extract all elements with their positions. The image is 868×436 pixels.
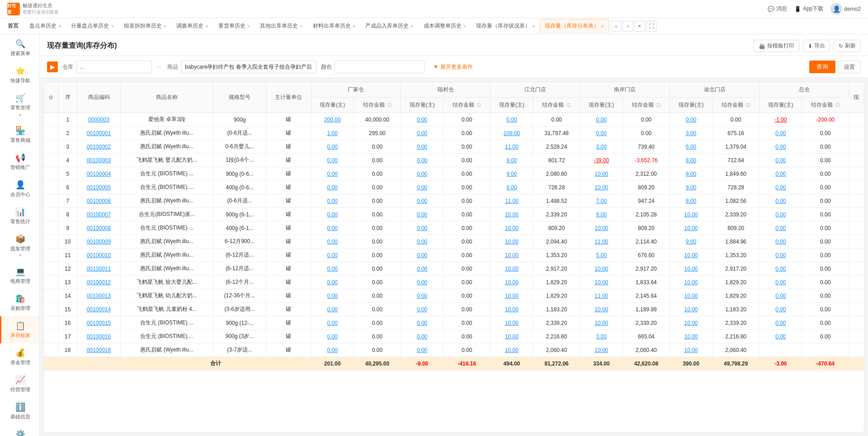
sidebar-item-nav[interactable]: ⭐ 快捷导航	[0, 61, 39, 89]
goods-input[interactable]	[181, 61, 316, 73]
user-menu[interactable]: 👤 demo2	[830, 3, 861, 15]
warehouse-dots: ···	[155, 64, 163, 70]
sidebar-label-10: 库存核算	[10, 332, 30, 339]
sidebar-item-system[interactable]: ⚙️ 系统管理	[0, 425, 39, 436]
th-w1: 厂家仓	[311, 82, 401, 98]
system-icon: ⚙️	[15, 429, 25, 436]
filter-expand-btn[interactable]: ▶	[47, 61, 58, 72]
th-w2-amt: 结存金额 ⓘ	[443, 98, 491, 113]
color-label: 颜色	[321, 63, 332, 71]
shop-icon: 🏪	[15, 126, 25, 136]
info-icon-w3[interactable]: ⓘ	[566, 103, 571, 108]
nav-tab-10[interactable]: 现存量（库存分布表） ×	[540, 19, 609, 33]
summary-row: 合计201.0040,295.00-8.00-416.16494.0081,27…	[44, 357, 864, 370]
sidebar-item-operation[interactable]: 📈 经营管理	[0, 370, 39, 398]
refresh-btn[interactable]: ↻ 刷新	[834, 40, 861, 52]
color-input[interactable]	[335, 61, 425, 73]
page-title: 现存量查询(库存分布)	[47, 41, 117, 51]
th-gear[interactable]: ⚙	[44, 82, 58, 113]
top-bar: 好生意 畅捷通好生意 母婴行业演示陈套 💬 消息 📱 App下载 👤 demo2	[0, 0, 868, 18]
search-icon: 🔍	[15, 39, 25, 49]
tab-close-5[interactable]: ×	[300, 23, 302, 29]
query-btn[interactable]: 查询	[809, 61, 835, 73]
finance-icon: 💰	[15, 348, 25, 358]
warehouse-input[interactable]	[76, 61, 152, 73]
info-icon-w2[interactable]: ⓘ	[476, 103, 481, 108]
th-extra: 现	[849, 82, 864, 113]
sidebar-label-0: 搜索英单	[10, 50, 30, 57]
nav-close-btn[interactable]: ×	[634, 21, 645, 32]
sidebar-item-search[interactable]: 🔍 搜索英单	[0, 34, 39, 61]
sidebar-item-inventory[interactable]: 📋 库存核算	[0, 316, 39, 343]
sidebar-item-finance[interactable]: 💰 资金管理	[0, 343, 39, 370]
arrow-up-icon: ▲	[19, 113, 22, 117]
th-spec: 规格型号	[213, 82, 266, 113]
th-w1-amt: 结存金额 ⓘ	[354, 98, 401, 113]
tab-close-1[interactable]: ×	[111, 23, 113, 29]
nav-tab-8[interactable]: 成本调整单历史 ×	[419, 19, 471, 33]
sidebar-item-retail-stats[interactable]: 📊 零售统计	[0, 202, 39, 230]
table-row: 1800100018惠氏启赋 (Wyeth illu...(3-7岁适...罐0…	[44, 343, 864, 357]
th-w2-qty: 现存量(主)	[401, 98, 443, 113]
tab-close-2[interactable]: ×	[164, 23, 166, 29]
app-download-btn[interactable]: 📱 App下载	[794, 5, 823, 13]
nav-tab-4[interactable]: 要货单历史 ×	[213, 19, 255, 33]
sidebar-item-info[interactable]: ℹ️ 基础信息	[0, 398, 39, 425]
marketing-icon: 📢	[15, 153, 25, 163]
info-icon-w4[interactable]: ⓘ	[656, 103, 660, 108]
export-btn[interactable]: ⬇ 导出	[803, 40, 830, 52]
app-label: App下载	[803, 5, 823, 13]
nav-tab-0[interactable]: 盘点单历史 ×	[24, 19, 66, 33]
tab-close-10[interactable]: ×	[601, 23, 604, 29]
nav-tab-3[interactable]: 调拨单历史 ×	[171, 19, 213, 33]
sidebar-label-11: 资金管理	[10, 359, 30, 366]
sidebar-label-4: 营销推广	[10, 164, 30, 171]
sidebar-item-retail-shop[interactable]: 🏪 零售商城	[0, 121, 39, 148]
tab-close-0[interactable]: ×	[58, 23, 61, 29]
nav-tab-1[interactable]: 分量盘点单历史 ×	[66, 19, 118, 33]
info-icon-w1[interactable]: ⓘ	[387, 103, 392, 108]
logo-text: 畅捷通好生意 母婴行业演示陈套	[23, 2, 59, 15]
tab-close-8[interactable]: ×	[463, 23, 466, 29]
nav-tab-7[interactable]: 产成品入库单历史 ×	[360, 19, 418, 33]
info-icon-wt[interactable]: ⓘ	[835, 103, 840, 108]
tab-label-2: 组装拆卸单历史	[124, 22, 162, 30]
sidebar-label-8: 电商管理	[10, 278, 30, 285]
info-icon-w5[interactable]: ⓘ	[745, 103, 750, 108]
nav-home[interactable]: 首页	[2, 19, 24, 33]
sidebar-item-retail-mgmt[interactable]: 🛒 零售管理 ▲	[0, 89, 39, 121]
setting-btn[interactable]: 设置	[838, 61, 861, 73]
nav-tab-6[interactable]: 材料出库单历史 ×	[308, 19, 360, 33]
sidebar-item-marketing[interactable]: 📢 营销推广	[0, 148, 39, 175]
nav-tab-5[interactable]: 其他出库单历史 ×	[255, 19, 307, 33]
tab-close-7[interactable]: ×	[410, 23, 413, 29]
nav-tab-2[interactable]: 组装拆卸单历史 ×	[119, 19, 171, 33]
message-icon: 💬	[768, 6, 774, 12]
nav-tab-9[interactable]: 现存量（库存状况表） ×	[471, 19, 540, 33]
member-icon: 👤	[15, 180, 25, 190]
tab-label-4: 要货单历史	[218, 22, 245, 30]
page-title-row: 现存量查询(库存分布) 🖨️ 按模板打印 ⬇ 导出 ↻ 刷新	[47, 40, 861, 56]
tab-close-9[interactable]: ×	[532, 23, 535, 29]
nav-prev-btn[interactable]: ‹	[611, 21, 622, 32]
nav-expand-btn[interactable]: ⛶	[646, 21, 657, 32]
sidebar: 🔍 搜索英单 ⭐ 快捷导航 🛒 零售管理 ▲ 🏪 零售商城 📢 营销推广 👤 会…	[0, 34, 40, 436]
nav-next-btn[interactable]: ›	[623, 21, 633, 32]
tab-close-6[interactable]: ×	[353, 23, 355, 29]
th-w5: 渝北门店	[670, 82, 759, 98]
expand-more-btn[interactable]: ▼ 展开更多条件	[429, 61, 476, 73]
table-row: 1300100012飞鹤星飞帆 较大婴儿配...(6-12个月...罐0.000…	[44, 276, 864, 289]
sidebar-item-purchase[interactable]: 🛍️ 采购管理	[0, 289, 39, 316]
tab-close-4[interactable]: ×	[247, 23, 250, 29]
goods-filter: 商品	[167, 61, 316, 73]
message-btn[interactable]: 💬 消息	[768, 5, 787, 13]
sidebar-label-9: 采购管理	[10, 305, 30, 312]
brand-subtitle: 母婴行业演示陈套	[23, 9, 59, 15]
sidebar-item-members[interactable]: 👤 会员中心	[0, 175, 39, 202]
color-filter: 颜色	[321, 61, 425, 73]
print-btn[interactable]: 🖨️ 按模板打印	[754, 40, 799, 52]
th-w2: 陆村仓	[401, 82, 491, 98]
sidebar-item-wholesale[interactable]: 📦 批发管理 ▼	[0, 230, 39, 262]
tab-close-3[interactable]: ×	[205, 23, 208, 29]
sidebar-item-ecom[interactable]: 💻 电商管理	[0, 262, 39, 289]
